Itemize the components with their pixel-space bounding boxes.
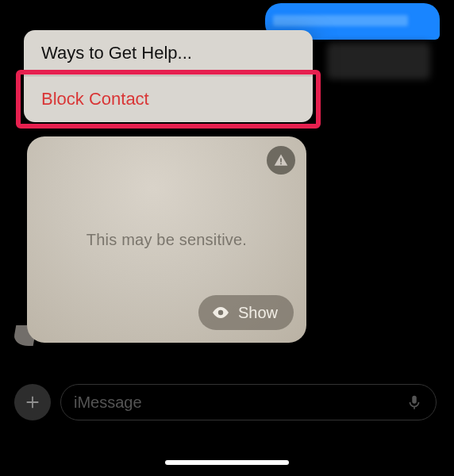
redacted-text: [273, 15, 408, 26]
messages-screen: Ways to Get Help... Block Contact This m…: [0, 0, 454, 476]
message-context-menu: Ways to Get Help... Block Contact: [24, 30, 313, 122]
svg-rect-4: [414, 407, 415, 409]
menu-item-block-contact[interactable]: Block Contact: [24, 76, 313, 122]
eye-icon: [211, 303, 230, 322]
redacted-overflow: [327, 43, 430, 79]
add-attachment-button[interactable]: [14, 384, 51, 420]
sensitive-content-card[interactable]: This may be sensitive. Show: [27, 136, 306, 343]
svg-rect-3: [412, 396, 417, 404]
warning-icon: [267, 146, 295, 175]
message-placeholder: iMessage: [74, 393, 142, 412]
svg-point-2: [218, 310, 223, 315]
microphone-icon[interactable]: [406, 393, 423, 411]
message-input[interactable]: iMessage: [60, 384, 437, 420]
sensitive-warning-text: This may be sensitive.: [87, 231, 247, 249]
show-button-label: Show: [238, 304, 278, 322]
svg-rect-0: [280, 159, 282, 163]
show-content-button[interactable]: Show: [198, 295, 294, 330]
menu-item-get-help[interactable]: Ways to Get Help...: [24, 30, 313, 76]
svg-rect-1: [280, 163, 282, 165]
menu-item-label: Block Contact: [41, 89, 149, 109]
warning-triangle-icon: [273, 152, 289, 168]
home-indicator[interactable]: [165, 460, 289, 465]
menu-item-label: Ways to Get Help...: [41, 43, 192, 63]
plus-icon: [24, 393, 41, 411]
